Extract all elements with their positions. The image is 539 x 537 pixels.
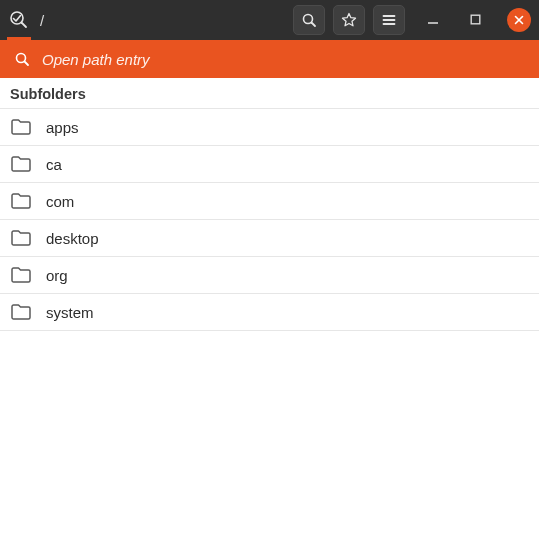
folder-icon [10,265,32,285]
folder-list: appscacomdesktoporgsystem [0,108,539,331]
svg-line-1 [22,23,27,28]
search-icon [301,12,317,28]
folder-label: com [46,193,74,210]
search-button[interactable] [293,5,325,35]
folder-row-org[interactable]: org [0,257,539,294]
folder-label: desktop [46,230,99,247]
close-button[interactable] [507,8,531,32]
folder-row-system[interactable]: system [0,294,539,331]
folder-icon [10,191,32,211]
app-icon[interactable] [8,9,30,31]
star-icon [341,12,357,28]
breadcrumb[interactable]: / [40,12,44,29]
minimize-button[interactable] [419,6,447,34]
folder-icon [10,154,32,174]
folder-icon [10,117,32,137]
bookmark-button[interactable] [333,5,365,35]
svg-line-12 [25,62,29,66]
folder-label: system [46,304,94,321]
menu-button[interactable] [373,5,405,35]
close-icon [514,12,524,28]
search-icon [14,51,30,67]
folder-row-apps[interactable]: apps [0,108,539,146]
folder-label: ca [46,156,62,173]
svg-line-3 [312,23,316,27]
folder-icon [10,228,32,248]
path-input[interactable] [42,51,525,68]
hamburger-icon [381,12,397,28]
folder-row-desktop[interactable]: desktop [0,220,539,257]
section-heading-subfolders: Subfolders [0,78,539,108]
folder-icon [10,302,32,322]
headerbar: / [0,0,539,40]
minimize-icon [427,12,439,28]
folder-label: org [46,267,68,284]
folder-row-ca[interactable]: ca [0,146,539,183]
maximize-icon [470,12,481,28]
folder-label: apps [46,119,79,136]
path-bar [0,40,539,78]
svg-rect-8 [471,15,480,24]
folder-row-com[interactable]: com [0,183,539,220]
maximize-button[interactable] [461,6,489,34]
